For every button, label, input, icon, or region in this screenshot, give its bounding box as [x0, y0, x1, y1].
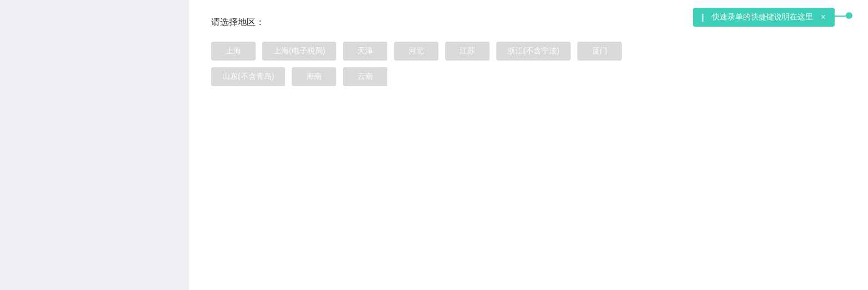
region-button-hebei[interactable]: 河北	[394, 42, 438, 61]
region-button-xiamen[interactable]: 厦门	[577, 42, 622, 61]
region-button-jiangsu[interactable]: 江苏	[445, 42, 490, 61]
tooltip-dot	[846, 12, 852, 19]
region-button-shanghai[interactable]: 上海	[211, 42, 256, 61]
main-content: 请选择地区： 上海上海(电子税局)天津河北江苏浙江(不含宁波)厦门山东(不含青岛…	[189, 0, 868, 290]
region-button-shanghai-etax[interactable]: 上海(电子税局)	[262, 42, 336, 61]
region-button-hainan[interactable]: 海南	[292, 67, 336, 86]
region-row-2: 山东(不含青岛)海南云南	[211, 67, 846, 86]
region-button-yunnan[interactable]: 云南	[343, 67, 387, 86]
tooltip-line	[835, 16, 846, 17]
region-button-zhejiang[interactable]: 浙江(不含宁波)	[496, 42, 570, 61]
region-button-shandong[interactable]: 山东(不含青岛)	[211, 67, 285, 86]
tooltip-text: 快速录单的快捷键说明在这里	[712, 12, 813, 22]
region-row-1: 上海上海(电子税局)天津河北江苏浙江(不含宁波)厦门	[211, 42, 846, 61]
left-sidebar	[0, 0, 189, 290]
tooltip-close-button[interactable]: ×	[821, 12, 826, 22]
region-button-tianjin[interactable]: 天津	[343, 42, 387, 61]
region-buttons-row1: 上海上海(电子税局)天津河北江苏浙江(不含宁波)厦门山东(不含青岛)海南云南	[211, 42, 846, 86]
tooltip-banner: 快速录单的快捷键说明在这里 ×	[693, 8, 835, 27]
